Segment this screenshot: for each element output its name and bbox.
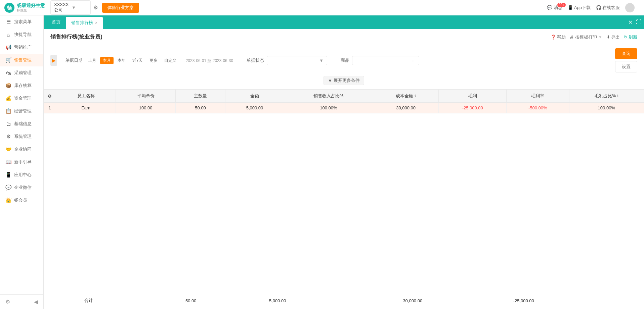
sidebar-item-member[interactable]: 👑 畅会员 (0, 194, 43, 207)
sidebar-item-collab[interactable]: 🤝 企业协同 (0, 143, 43, 156)
sidebar-item-sales[interactable]: 🛒 销售管理 (0, 54, 43, 66)
sidebar-item-apps-label: 应用中心 (14, 172, 32, 178)
window-close-button[interactable]: ✕ (628, 19, 633, 25)
sidebar-item-purchase[interactable]: 🛍 采购管理 (0, 66, 43, 79)
settings-button[interactable]: 设置 (615, 61, 637, 72)
refresh-button[interactable]: ↻ 刷新 (624, 34, 637, 40)
sidebar-item-inventory[interactable]: 📦 库存核算 (0, 79, 43, 92)
date-opt-custom[interactable]: 自定义 (162, 57, 179, 64)
export-button[interactable]: ⬇ 导出 (606, 34, 620, 40)
sidebar-item-search[interactable]: ☰ 搜索菜单 (0, 15, 43, 28)
logo-icon: 畅 (4, 2, 15, 13)
tab-right-actions: ✕ ⛶ (628, 19, 641, 25)
message-button[interactable]: 💬 消息 99+ (547, 5, 562, 11)
sidebar-item-apps[interactable]: 📱 应用中心 (0, 168, 43, 181)
th-cost-info[interactable]: ℹ (415, 94, 416, 98)
sidebar-collapse-button[interactable]: ◀ (29, 297, 43, 306)
status-select[interactable]: ▼ (267, 56, 327, 65)
summary-gross: -25,000.00 (467, 295, 581, 306)
summary-gross-pct (612, 295, 644, 306)
summary-sales-pct (327, 295, 358, 306)
summary-label: 合计 (56, 295, 122, 306)
sidebar: ☰ 搜索菜单 ⌂ 快捷导航 📢 营销推广 🛒 销售管理 🛍 采购管理 📦 库 (0, 15, 44, 309)
page-content: 销售排行榜(按业务员) ❓ 帮助 🖨 按模板打印 ▼ ⬇ (44, 29, 644, 309)
page-title: 销售排行榜(按业务员) (50, 34, 102, 41)
goods-more-icon: ··· (412, 58, 416, 63)
sidebar-item-operations[interactable]: 📋 经营管理 (0, 105, 43, 117)
summary-data-row: 合计 50.00 5,000.00 30,000.00 -25,000.00 (44, 295, 644, 306)
th-settings[interactable]: ⚙ (44, 90, 56, 103)
date-opt-this-month[interactable]: 本月 (100, 57, 114, 64)
sidebar-item-system[interactable]: ⚙ 系统管理 (0, 130, 43, 143)
date-filter: 单据日期 上月 本月 本年 近7天 更多 自定义 (65, 57, 179, 64)
goods-filter-label: 商品 (341, 57, 349, 63)
home-icon: ⌂ (5, 32, 11, 38)
status-filter: 单据状态 ▼ (247, 56, 327, 65)
table-header-row: ⚙ 员工名称 平均单价 主数量 全额 销售收入占比% 成本全额 ℹ 毛利 毛利率… (44, 90, 644, 103)
filter-toggle-button[interactable]: ▶ (50, 55, 57, 66)
app-download-button[interactable]: 📱 App下载 (568, 5, 591, 11)
query-button[interactable]: 查询 (615, 48, 637, 59)
filter-area: ▶ 单据日期 上月 本月 本年 近7天 更多 自定义 (44, 44, 644, 90)
inventory-icon: 📦 (5, 83, 11, 89)
sidebar-item-guide-label: 新手引导 (14, 159, 32, 165)
th-gross-pct-info[interactable]: ℹ (617, 94, 618, 98)
window-maximize-button[interactable]: ⛶ (636, 19, 641, 25)
sidebar-item-wechat[interactable]: 💬 企业微信 (0, 181, 43, 194)
expand-row: ▼ 展开更多条件 (50, 76, 637, 85)
collab-icon: 🤝 (5, 146, 11, 152)
member-icon: 👑 (5, 197, 11, 203)
tab-close-icon[interactable]: × (95, 20, 97, 25)
date-options: 上月 本月 本年 近7天 更多 自定义 (85, 57, 179, 64)
sidebar-item-quick-nav[interactable]: ⌂ 快捷导航 (0, 28, 43, 41)
tab-bar: 首页 销售排行榜 × ✕ ⛶ (44, 15, 644, 29)
th-gross: 毛利 (439, 90, 507, 103)
expand-conditions-button[interactable]: ▼ 展开更多条件 (324, 76, 364, 85)
sidebar-item-guide[interactable]: 📖 新手引导 (0, 156, 43, 168)
print-label: 按模板打印 (575, 34, 597, 40)
export-icon: ⬇ (606, 35, 610, 40)
print-icon: 🖨 (570, 35, 574, 40)
sidebar-item-inventory-label: 库存核算 (14, 83, 32, 89)
date-opt-7days[interactable]: 近7天 (130, 57, 145, 64)
th-gross-pct: 毛利占比% ℹ (569, 90, 644, 103)
company-settings-icon[interactable]: ⚙ (93, 4, 98, 11)
headset-icon: 🎧 (596, 5, 601, 10)
message-icon: 💬 (547, 5, 552, 10)
date-opt-more[interactable]: 更多 (147, 57, 160, 64)
th-qty: 主数量 (176, 90, 225, 103)
avatar[interactable] (625, 3, 635, 12)
status-select-arrow: ▼ (319, 58, 324, 63)
sidebar-settings-button[interactable]: ⚙ (0, 297, 15, 306)
help-button[interactable]: ❓ 帮助 (551, 34, 566, 40)
sidebar-item-finance[interactable]: 💰 资金管理 (0, 92, 43, 105)
goods-input[interactable]: ··· (352, 56, 419, 65)
sidebar-item-member-label: 畅会员 (14, 197, 27, 203)
td-qty: 50.00 (176, 103, 225, 113)
summary-empty-1 (44, 295, 56, 306)
td-cost: 30,000.00 (373, 103, 439, 113)
th-gross-rate: 毛利率 (507, 90, 569, 103)
sidebar-item-basics[interactable]: 🗂 基础信息 (0, 117, 43, 130)
tab-home[interactable]: 首页 (46, 15, 66, 29)
th-cost: 成本全额 ℹ (373, 90, 439, 103)
online-service-button[interactable]: 🎧 在线客服 (596, 5, 620, 11)
date-opt-this-year[interactable]: 本年 (115, 57, 128, 64)
system-icon: ⚙ (5, 134, 11, 140)
tab-sales-ranking[interactable]: 销售排行榜 × (66, 17, 103, 29)
message-badge: 99+ (557, 3, 566, 7)
date-opt-last-month[interactable]: 上月 (85, 57, 99, 64)
svg-text:畅: 畅 (7, 5, 12, 10)
query-set-area: 查询 设置 (615, 48, 637, 72)
goods-filter: 商品 ··· (341, 56, 419, 65)
summary-table: 合计 50.00 5,000.00 30,000.00 -25,000.00 (44, 295, 644, 306)
sidebar-item-finance-label: 资金管理 (14, 95, 32, 101)
th-sales-pct: 销售收入占比% (284, 90, 373, 103)
td-amount: 5,000.00 (225, 103, 284, 113)
sidebar-item-marketing-label: 营销推广 (14, 44, 32, 50)
sidebar-item-marketing[interactable]: 📢 营销推广 (0, 41, 43, 54)
th-amount: 全额 (225, 90, 284, 103)
print-button[interactable]: 🖨 按模板打印 ▼ (570, 34, 602, 40)
company-selector[interactable]: XXXXX公司 ▼ (50, 0, 91, 15)
trial-button[interactable]: 体验行业方案 (102, 3, 139, 13)
